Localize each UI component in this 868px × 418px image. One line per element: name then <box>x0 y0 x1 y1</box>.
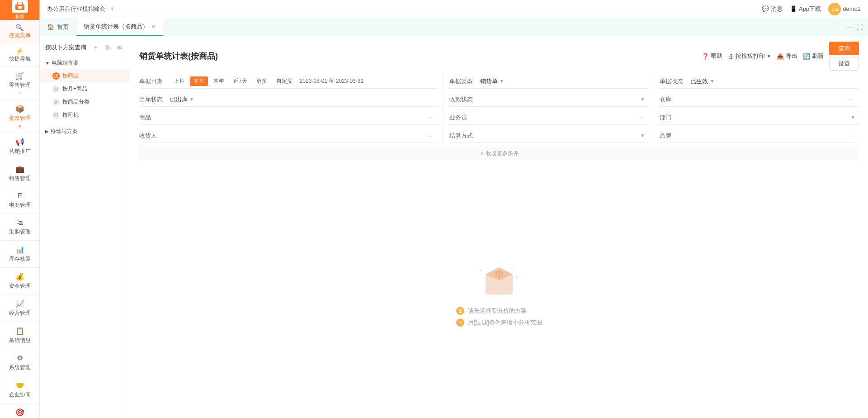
maximize-window-icon[interactable]: ⛶ <box>856 24 863 31</box>
search-menu[interactable]: 🔍 搜索菜单 <box>0 20 39 43</box>
page-title-bar: 销货单统计表(按商品) ❓ 帮助 🖨 按模板打印 ▼ 📤 导出 <box>130 36 868 74</box>
filter-brand: 品牌 ··· <box>660 128 859 143</box>
sidebar-item-marketing[interactable]: 📢 营销推广 <box>0 133 39 160</box>
print-btn[interactable]: 🖨 按模板打印 ▼ <box>728 52 771 60</box>
scheme-by-month-product[interactable]: 月 按月+商品 <box>40 82 130 95</box>
user-menu[interactable]: Ea demo2 <box>828 3 861 15</box>
sidebar-item-enterprise[interactable]: 🤝 企业协同 <box>0 376 39 404</box>
mobile-schemes-section: ▶ 移动端方案 <box>40 124 130 139</box>
scheme-by-cashier-icon: 司 <box>52 112 60 119</box>
receiver-label: 收货人 <box>139 132 166 140</box>
divider4 <box>654 92 654 107</box>
sidebar-item-newbie[interactable]: 🎯 新手引导 <box>0 404 39 418</box>
date-tab-this-year[interactable]: 本年 <box>210 76 228 86</box>
date-tab-7days[interactable]: 近7天 <box>230 76 251 86</box>
tab-sales-stat[interactable]: 销货单统计表（按商品） ✕ <box>76 18 163 36</box>
sidebar-item-ecommerce[interactable]: 🖥 电商管理 <box>0 187 39 214</box>
warehouse-status-dropdown[interactable]: 已出库 ▼ <box>166 95 198 104</box>
doc-type-arrow: ▼ <box>500 79 504 84</box>
department-label: 部门 <box>660 114 687 122</box>
empty-text-2: 2 用[过滤]条件来缩小分析范围 <box>456 318 542 327</box>
scheme-by-cashier[interactable]: 司 按司机 <box>40 109 130 122</box>
date-tab-this-month[interactable]: 本月 <box>190 76 208 86</box>
sidebar-item-basic[interactable]: 📋 基础信息 <box>0 322 39 349</box>
tab-close-btn[interactable]: ✕ <box>151 24 156 30</box>
print-arrow: ▼ <box>767 54 771 59</box>
panel-header-actions: + ⚙ ≪ <box>91 43 124 52</box>
sidebar-item-sales[interactable]: 💼 销售管理 <box>0 160 39 187</box>
brand-dots[interactable]: ··· <box>847 132 855 139</box>
warehouse-value: ··· <box>687 96 859 103</box>
marketing-icon: 📢 <box>15 138 24 146</box>
tab-controls: — ⛶ <box>841 18 868 36</box>
avatar: Ea <box>828 3 841 15</box>
query-btn[interactable]: 查询 <box>829 42 859 55</box>
doc-status-dropdown[interactable]: 已生效 ▼ <box>687 77 718 86</box>
quick-nav[interactable]: ⚡ 快捷导航 <box>0 43 39 67</box>
minimize-window-icon[interactable]: — <box>846 24 853 31</box>
sidebar-item-system[interactable]: ⚙ 系统管理 <box>0 349 39 376</box>
operation-icon: 📈 <box>15 299 24 308</box>
date-tab-more[interactable]: 更多 <box>253 76 271 86</box>
app-download-btn[interactable]: 📱 App下载 <box>790 5 821 13</box>
date-tab-last-month[interactable]: 上月 <box>170 76 188 86</box>
collapse-bar[interactable]: ∧ 收起更多条件 <box>139 147 859 160</box>
divider7 <box>443 128 444 143</box>
sidebar-item-finance[interactable]: 💰 资金管理 <box>0 268 39 295</box>
warehouse-status-label: 出库状态 <box>139 95 166 104</box>
department-arrow[interactable]: ▼ <box>851 115 855 120</box>
date-tab-custom[interactable]: 自定义 <box>273 76 296 86</box>
app-logo: 标版 <box>0 0 39 20</box>
industry-name: 办公用品行业模拟账套 <box>47 5 106 13</box>
sidebar-item-purchase[interactable]: 🛍 采购管理 <box>0 214 39 241</box>
doc-type-dropdown[interactable]: 销货单 ▼ <box>476 77 508 86</box>
message-btn[interactable]: 💬 消息 <box>762 5 783 13</box>
warehouse-dots[interactable]: ··· <box>847 96 855 103</box>
export-btn[interactable]: 📤 导出 <box>777 52 797 60</box>
pc-section-header[interactable]: ▼ 电脑端方案 <box>40 57 130 69</box>
refresh-btn[interactable]: 🔄 刷新 <box>803 52 824 60</box>
svg-point-6 <box>500 272 501 274</box>
product-dots[interactable]: ··· <box>426 114 434 121</box>
scheme-by-product-category[interactable]: 类 按商品分类 <box>40 95 130 109</box>
export-icon: 📤 <box>777 53 784 60</box>
main-area: 办公用品行业模拟账套 ▼ 💬 消息 📱 App下载 Ea demo2 🏠 首页 <box>40 0 868 418</box>
divider2 <box>654 74 654 89</box>
tab-spacer <box>163 18 841 36</box>
salesperson-label: 业务员 <box>449 114 476 122</box>
sidebar-item-wholesale[interactable]: 📦 批发管理 ▲ <box>0 100 39 133</box>
sidebar-item-retail[interactable]: 🛒 零售管理 ▼ <box>0 67 39 100</box>
salesperson-dots[interactable]: ··· <box>637 114 645 121</box>
header-right: 💬 消息 📱 App下载 Ea demo2 <box>762 3 861 15</box>
add-scheme-btn[interactable]: + <box>91 43 101 52</box>
filter-product: 商品 ··· <box>139 110 438 125</box>
page-actions: ❓ 帮助 🖨 按模板打印 ▼ 📤 导出 🔄 刷新 <box>702 42 859 71</box>
scheme-by-product[interactable]: 按 按商品 <box>40 69 130 82</box>
tab-bar: 🏠 首页 销货单统计表（按商品） ✕ — ⛶ <box>40 18 868 36</box>
left-panel: 按以下方案查询 + ⚙ ≪ ▼ 电脑端方案 按 按商品 月 按月 <box>40 36 130 418</box>
svg-text:✦: ✦ <box>479 268 482 273</box>
help-btn[interactable]: ❓ 帮助 <box>702 52 722 60</box>
filter-row-4: 收货人 ··· 结算方式 ▼ <box>139 128 859 143</box>
product-value: ··· <box>166 114 438 121</box>
collapse-panel-btn[interactable]: ≪ <box>114 43 124 52</box>
sidebar-item-inventory[interactable]: 📊 库存核算 <box>0 241 39 268</box>
receiver-value: ··· <box>166 132 438 139</box>
divider3 <box>443 92 444 107</box>
svg-rect-1 <box>18 6 22 9</box>
sidebar-item-operation[interactable]: 📈 经营管理 <box>0 295 39 322</box>
warehouse-label: 仓库 <box>660 95 687 104</box>
receiver-dots[interactable]: ··· <box>426 132 434 139</box>
tab-home[interactable]: 🏠 首页 <box>40 18 76 36</box>
payment-status-arrow[interactable]: ▼ <box>641 97 645 102</box>
empty-text: 1 请先选择要分析的方案 2 用[过滤]条件来缩小分析范围 <box>456 307 542 327</box>
date-label: 单据日期 <box>139 77 166 86</box>
query-setting-btns: 查询 设置 <box>829 42 859 71</box>
setting-btn[interactable]: 设置 <box>829 57 859 71</box>
warehouse-status-arrow: ▼ <box>189 97 194 102</box>
logo-icon <box>12 0 28 13</box>
payment-method-arrow[interactable]: ▼ <box>641 133 645 138</box>
scheme-by-month-product-icon: 月 <box>52 86 60 93</box>
mobile-section-header[interactable]: ▶ 移动端方案 <box>40 125 130 138</box>
settings-scheme-btn[interactable]: ⚙ <box>103 43 113 52</box>
